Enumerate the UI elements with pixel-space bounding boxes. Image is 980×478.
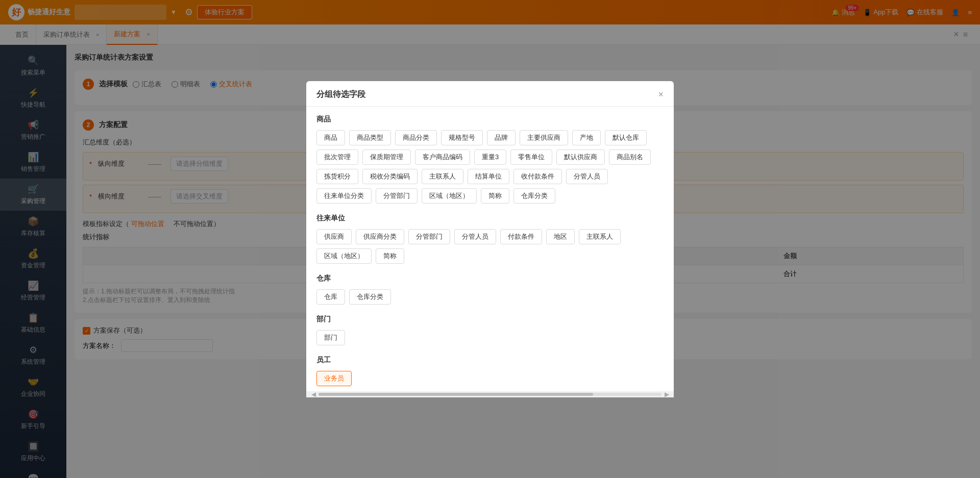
hscroll-track bbox=[318, 393, 662, 396]
section-title-employee: 员工 bbox=[316, 356, 664, 365]
field-tag-short-name-product[interactable]: 简称 bbox=[481, 188, 509, 204]
field-tag-product-category[interactable]: 商品分类 bbox=[395, 130, 437, 145]
field-tag-weight3[interactable]: 重量3 bbox=[474, 149, 506, 165]
field-tag-department[interactable]: 部门 bbox=[316, 330, 345, 345]
field-tag-origin[interactable]: 产地 bbox=[572, 130, 601, 145]
field-tag-supplier-category[interactable]: 供应商分类 bbox=[356, 229, 404, 244]
field-tags-partner: 供应商 供应商分类 分管部门 分管人员 付款条件 地区 主联系人 区域（地区） … bbox=[316, 229, 664, 264]
field-tags-department: 部门 bbox=[316, 330, 664, 345]
field-tag-default-supplier[interactable]: 默认供应商 bbox=[556, 149, 605, 165]
field-section-partner: 往来单位 供应商 供应商分类 分管部门 分管人员 付款条件 地区 主联系人 区域… bbox=[316, 214, 664, 264]
field-tag-main-contact-partner[interactable]: 主联系人 bbox=[579, 229, 621, 244]
field-tag-short-name-partner[interactable]: 简称 bbox=[376, 248, 404, 264]
field-tag-managing-person[interactable]: 分管人员 bbox=[454, 229, 496, 244]
section-title-partner: 往来单位 bbox=[316, 214, 664, 223]
field-tags-employee: 业务员 bbox=[316, 371, 664, 386]
modal-overlay: 分组待选字段 × 商品 商品 商品类型 商品分类 规格型号 品牌 主要供应商 产… bbox=[0, 0, 980, 478]
field-tag-payment-terms[interactable]: 收付款条件 bbox=[513, 169, 562, 184]
field-tag-main-supplier[interactable]: 主要供应商 bbox=[520, 130, 568, 145]
field-tag-warehouse-category[interactable]: 仓库分类 bbox=[513, 188, 555, 204]
hscroll-thumb[interactable] bbox=[318, 393, 593, 396]
field-tag-supplier[interactable]: 供应商 bbox=[316, 229, 352, 244]
field-tag-product-alias[interactable]: 商品别名 bbox=[609, 149, 651, 165]
field-tag-payment-condition[interactable]: 付款条件 bbox=[500, 229, 542, 244]
field-tag-main-contact[interactable]: 主联系人 bbox=[422, 169, 463, 184]
field-tag-spec-model[interactable]: 规格型号 bbox=[441, 130, 483, 145]
field-section-warehouse: 仓库 仓库 仓库分类 bbox=[316, 274, 664, 305]
modal-dialog: 分组待选字段 × 商品 商品 商品类型 商品分类 规格型号 品牌 主要供应商 产… bbox=[306, 81, 674, 397]
field-tag-warehouse-cat[interactable]: 仓库分类 bbox=[349, 289, 391, 305]
field-tag-product-type[interactable]: 商品类型 bbox=[349, 130, 391, 145]
field-tag-managing-dept[interactable]: 分管部门 bbox=[408, 229, 450, 244]
field-tag-partner-category[interactable]: 往来单位分类 bbox=[316, 188, 372, 204]
field-section-employee: 员工 业务员 bbox=[316, 356, 664, 386]
field-tag-tax-code[interactable]: 税收分类编码 bbox=[362, 169, 418, 184]
modal-header: 分组待选字段 × bbox=[306, 81, 674, 107]
field-tag-customer-code[interactable]: 客户商品编码 bbox=[415, 149, 470, 165]
field-tag-salesperson[interactable]: 业务员 bbox=[316, 371, 352, 386]
field-tag-expiry-mgmt[interactable]: 保质期管理 bbox=[362, 149, 411, 165]
section-title-department: 部门 bbox=[316, 315, 664, 324]
hscroll-left-btn[interactable]: ◀ bbox=[308, 391, 318, 398]
modal-close-btn[interactable]: × bbox=[658, 90, 664, 99]
section-title-product: 商品 bbox=[316, 115, 664, 124]
field-tag-brand[interactable]: 品牌 bbox=[487, 130, 516, 145]
field-section-product: 商品 商品 商品类型 商品分类 规格型号 品牌 主要供应商 产地 默认仓库 批次… bbox=[316, 115, 664, 204]
field-tag-batch-mgmt[interactable]: 批次管理 bbox=[316, 149, 358, 165]
field-tags-warehouse: 仓库 仓库分类 bbox=[316, 289, 664, 305]
field-tags-product: 商品 商品类型 商品分类 规格型号 品牌 主要供应商 产地 默认仓库 批次管理 … bbox=[316, 130, 664, 204]
field-tag-warehouse[interactable]: 仓库 bbox=[316, 289, 345, 305]
field-tag-manager[interactable]: 分管人员 bbox=[566, 169, 608, 184]
modal-horizontal-scrollbar[interactable]: ◀ ▶ bbox=[306, 391, 674, 397]
hscroll-right-btn[interactable]: ▶ bbox=[662, 391, 672, 398]
field-tag-pick-points[interactable]: 拣货积分 bbox=[316, 169, 358, 184]
field-tag-area[interactable]: 地区 bbox=[546, 229, 575, 244]
field-tag-retail-unit[interactable]: 零售单位 bbox=[510, 149, 552, 165]
field-tag-product[interactable]: 商品 bbox=[316, 130, 345, 145]
modal-body: 商品 商品 商品类型 商品分类 规格型号 品牌 主要供应商 产地 默认仓库 批次… bbox=[306, 107, 674, 391]
field-tag-settlement-unit[interactable]: 结算单位 bbox=[468, 169, 509, 184]
field-section-department: 部门 部门 bbox=[316, 315, 664, 345]
section-title-warehouse: 仓库 bbox=[316, 274, 664, 283]
modal-title: 分组待选字段 bbox=[316, 89, 365, 100]
field-tag-region-partner[interactable]: 区域（地区） bbox=[316, 248, 372, 264]
field-tag-default-warehouse[interactable]: 默认仓库 bbox=[605, 130, 647, 145]
field-tag-region-product[interactable]: 区域（地区） bbox=[422, 188, 477, 204]
field-tag-dept[interactable]: 分管部门 bbox=[376, 188, 418, 204]
